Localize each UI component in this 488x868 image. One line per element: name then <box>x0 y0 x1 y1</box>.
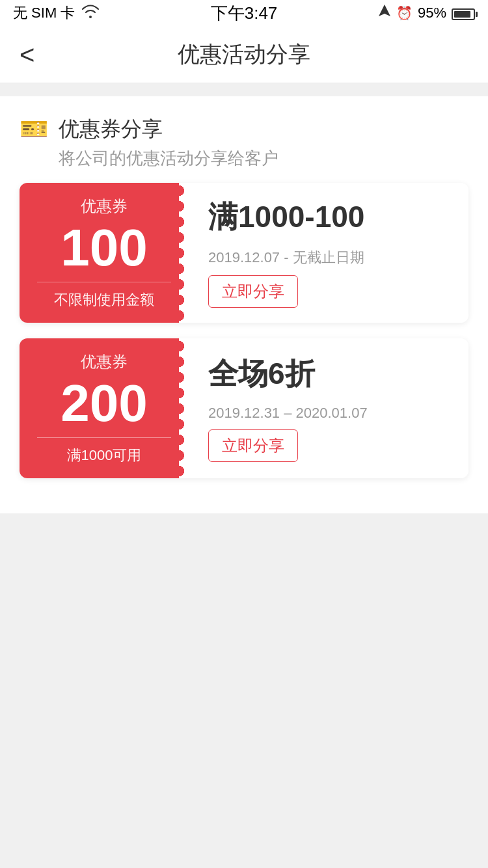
status-time: 下午3:47 <box>211 2 278 25</box>
back-button[interactable]: < <box>20 42 34 68</box>
coupon-divider-2 <box>37 437 170 438</box>
section-header-text: 优惠券分享 将公司的优惠活动分享给客户 <box>59 116 278 170</box>
status-left: 无 SIM 卡 <box>13 3 100 23</box>
coupon-title-1: 满1000-100 <box>208 197 453 237</box>
coupon-divider-1 <box>37 282 170 282</box>
coupon-amount-2: 200 <box>61 377 147 429</box>
battery-percent: 95% <box>418 5 446 21</box>
carrier-label: 无 SIM 卡 <box>13 3 75 23</box>
share-button-2[interactable]: 立即分享 <box>208 429 298 462</box>
coupon-condition-1: 不限制使用金额 <box>54 290 154 310</box>
battery-icon <box>452 5 475 21</box>
status-bar: 无 SIM 卡 下午3:47 ⏰ 95% <box>0 0 488 26</box>
section-title: 优惠券分享 <box>59 116 278 143</box>
coupon-card-2: 优惠券 200 满1000可用 全场6折 2019.12.31 – 2020.0… <box>20 338 468 478</box>
coupon-date-2: 2019.12.31 – 2020.01.07 <box>208 405 368 422</box>
coupon-condition-2: 满1000可用 <box>67 446 142 465</box>
page-title: 优惠活动分享 <box>178 40 310 70</box>
share-button-1[interactable]: 立即分享 <box>208 275 298 308</box>
coupon-label-1: 优惠券 <box>81 196 128 217</box>
coupon-card-1: 优惠券 100 不限制使用金额 满1000-100 2019.12.07 - 无… <box>20 183 468 323</box>
section-header: 🎫 优惠券分享 将公司的优惠活动分享给客户 <box>0 96 488 183</box>
back-arrow-icon: < <box>20 42 34 68</box>
status-right: ⏰ 95% <box>378 4 475 22</box>
coupon-meta-1: 2019.12.07 - 无截止日期 立即分享 <box>208 248 453 308</box>
coupon-title-2: 全场6折 <box>208 354 453 394</box>
nav-bar: < 优惠活动分享 <box>0 26 488 83</box>
wifi-icon <box>81 4 100 22</box>
coupon-right-2: 全场6折 2019.12.31 – 2020.01.07 立即分享 <box>189 338 468 478</box>
alarm-icon: ⏰ <box>396 5 413 21</box>
top-divider <box>0 83 488 96</box>
coupon-amount-1: 100 <box>61 222 147 274</box>
coupon-left-1: 优惠券 100 不限制使用金额 <box>20 183 189 323</box>
section-subtitle: 将公司的优惠活动分享给客户 <box>59 147 278 170</box>
location-icon <box>378 4 391 22</box>
bottom-area <box>0 513 488 774</box>
coupon-share-icon: 🎫 <box>20 117 48 146</box>
coupon-left-2: 优惠券 200 满1000可用 <box>20 338 189 478</box>
coupon-list: 优惠券 100 不限制使用金额 满1000-100 2019.12.07 - 无… <box>0 183 488 513</box>
coupon-date-1: 2019.12.07 - 无截止日期 <box>208 248 364 267</box>
coupon-meta-2: 2019.12.31 – 2020.01.07 立即分享 <box>208 405 453 462</box>
coupon-right-1: 满1000-100 2019.12.07 - 无截止日期 立即分享 <box>189 183 468 323</box>
coupon-label-2: 优惠券 <box>81 351 128 372</box>
